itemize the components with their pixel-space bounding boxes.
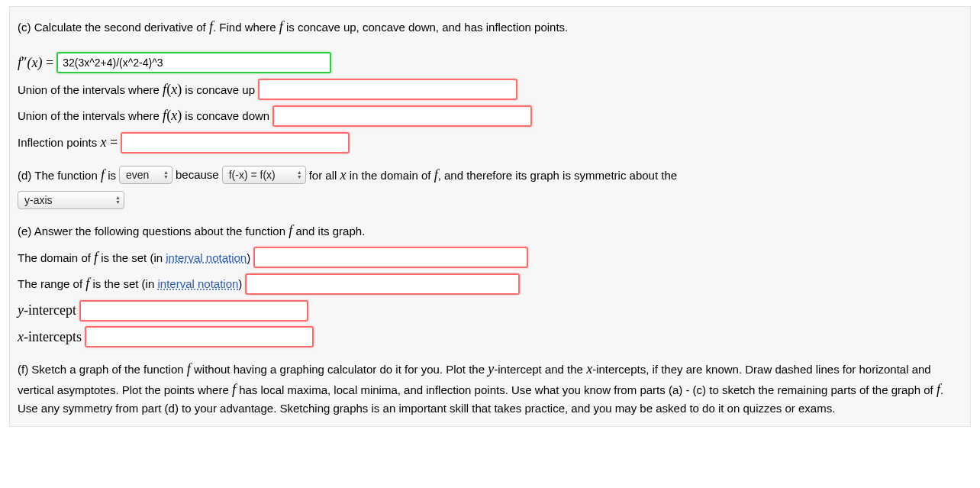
part-d-row1: (d) The function f is even ▲▼ because f(… xyxy=(18,164,962,186)
x-intercepts-input[interactable] xyxy=(85,326,314,347)
y-intercept-input[interactable] xyxy=(79,300,308,322)
f-double-prime-label: f″(x) = xyxy=(18,52,53,74)
inflection-label: Inflection points x = xyxy=(18,131,118,154)
range-input[interactable] xyxy=(245,273,520,295)
problem-container: (c) Calculate the second derivative of f… xyxy=(9,6,971,427)
text: (c) Calculate the second derivative of f… xyxy=(18,16,568,38)
interval-notation-link[interactable]: interval notation xyxy=(166,251,247,264)
concave-up-label: Union of the intervals where f(x) is con… xyxy=(18,79,255,101)
select-value: even xyxy=(126,166,149,183)
part-d: (d) The function f is even ▲▼ because f(… xyxy=(18,164,962,209)
domain-row: The domain of f is the set (in interval … xyxy=(18,247,962,269)
select-value: y-axis xyxy=(24,192,53,208)
concave-down-label: Union of the intervals where f(x) is con… xyxy=(18,105,269,127)
part-e-prompt: (e) Answer the following questions about… xyxy=(18,220,962,242)
second-derivative-input[interactable] xyxy=(56,52,331,73)
interval-notation-link[interactable]: interval notation xyxy=(157,277,238,290)
text: (d) The function f is xyxy=(18,164,116,186)
concave-up-row: Union of the intervals where f(x) is con… xyxy=(18,79,962,101)
y-intercept-label: y-intercept xyxy=(18,299,76,322)
x-intercepts-row: x-intercepts xyxy=(18,326,962,348)
concave-down-row: Union of the intervals where f(x) is con… xyxy=(18,105,962,127)
even-odd-select[interactable]: even ▲▼ xyxy=(119,166,172,184)
updown-icon: ▲▼ xyxy=(115,196,121,205)
y-intercept-row: y-intercept xyxy=(18,299,962,322)
concave-up-input[interactable] xyxy=(258,79,517,100)
domain-label: The domain of f is the set (in interval … xyxy=(18,247,250,269)
part-c-prompt: (c) Calculate the second derivative of f… xyxy=(18,16,962,38)
range-label: The range of f is the set (in interval n… xyxy=(18,273,242,295)
range-row: The range of f is the set (in interval n… xyxy=(18,273,962,295)
text: (e) Answer the following questions about… xyxy=(18,220,365,242)
part-d-row2: y-axis ▲▼ xyxy=(18,191,962,209)
updown-icon: ▲▼ xyxy=(163,170,169,179)
select-value: f(-x) = f(x) xyxy=(229,166,276,183)
text: for all x in the domain of f, and theref… xyxy=(309,164,677,186)
x-intercepts-label: x-intercepts xyxy=(18,326,82,348)
second-derivative-row: f″(x) = xyxy=(18,52,962,74)
inflection-input[interactable] xyxy=(121,132,350,154)
inflection-row: Inflection points x = xyxy=(18,131,962,154)
domain-input[interactable] xyxy=(253,247,528,268)
part-f-text: (f) Sketch a graph of the function f wit… xyxy=(18,359,962,418)
updown-icon: ▲▼ xyxy=(297,170,302,179)
reason-select[interactable]: f(-x) = f(x) ▲▼ xyxy=(222,166,306,184)
text: because xyxy=(176,166,219,184)
concave-down-input[interactable] xyxy=(272,105,532,127)
part-e: (e) Answer the following questions about… xyxy=(18,220,962,348)
axis-select[interactable]: y-axis ▲▼ xyxy=(18,191,124,209)
